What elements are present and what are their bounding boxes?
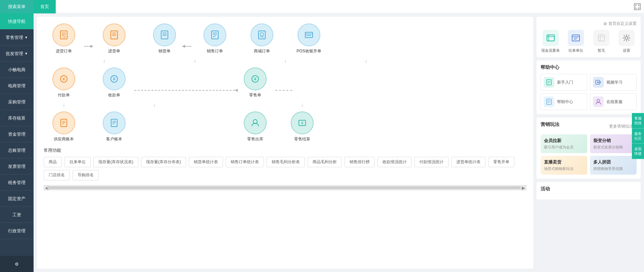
help-icon-doc [544, 96, 554, 107]
scrollbar-thumb[interactable] [47, 186, 523, 189]
float-btn-community[interactable]: 服务社区 [632, 128, 644, 144]
flow-label-sales-order: 销售订单 [207, 48, 223, 54]
func-btn-purchase-stat[interactable]: 进货单统计表 [451, 157, 486, 167]
help-icon-video [593, 77, 604, 88]
down-arrow-receipt: ↓ [134, 101, 175, 108]
flow-node-purchase-order[interactable]: 进货订单 [44, 24, 84, 54]
quick-icon-partner[interactable]: 往来单位 [566, 30, 586, 53]
flow-node-supplier-ledger[interactable]: 供应商账本 [44, 111, 84, 142]
flow-node-retail-outbound[interactable]: 零售出库 [235, 111, 275, 142]
help-icon-beginner [544, 77, 554, 88]
flow-node-mall-order[interactable]: 商城订单 [242, 24, 282, 54]
help-icon-person [593, 96, 604, 107]
sidebar: 快捷导航 零售管理 ▼ 批发管理 ▼ 小畅电商 电商管理 采购管理 库存核算 资… [0, 13, 34, 272]
func-btn-inventory-status[interactable]: 现存量(库存状况表) [93, 157, 138, 167]
sidebar-item-ledger[interactable]: 总账管理 [0, 142, 34, 158]
func-btn-sales-stat[interactable]: 销货单统计表 [189, 157, 223, 167]
sidebar-item-invoice[interactable]: 发票管理 [0, 158, 34, 175]
sidebar-item-inventory[interactable]: 库存核算 [0, 110, 34, 126]
func-btn-receipt-stat[interactable]: 收款情况统计 [377, 157, 412, 167]
sidebar-item-ecommerce-small[interactable]: 小畅电商 [0, 62, 34, 78]
sidebar-item-retail[interactable]: 零售管理 ▼ [0, 30, 34, 46]
help-label-online-support: 在线客服 [606, 99, 623, 105]
fullscreen-button[interactable] [634, 3, 641, 10]
func-btn-retail-order[interactable]: 零售开单 [488, 157, 514, 167]
dashed-right-retail [275, 90, 292, 98]
spacer-row3 [84, 135, 94, 142]
func-btn-goods[interactable]: 商品 [44, 157, 62, 167]
flow-node-retail-bill[interactable]: ¥ 零售单 [235, 67, 275, 98]
sidebar-label: 发票管理 [8, 164, 26, 170]
sidebar-item-assets[interactable]: 固定资产 [0, 191, 34, 207]
func-btn-partner[interactable]: 往来单位 [64, 157, 91, 167]
gap-row3 [134, 135, 235, 142]
svg-rect-0 [60, 31, 67, 39]
flow-circle-sales-order [203, 24, 226, 46]
func-btn-store-rank[interactable]: 门店排名 [44, 170, 70, 180]
help-item-video[interactable]: 视频学习 [590, 74, 637, 91]
func-btn-goods-profit[interactable]: 商品毛利分析 [308, 157, 342, 167]
help-center-title: 帮助中心 [541, 64, 637, 71]
common-functions-title: 常用功能 [44, 147, 526, 153]
help-item-online-support[interactable]: 在线客服 [590, 93, 637, 110]
gear-icon: ⚙ [15, 262, 19, 267]
flow-circle-sales-bill [153, 24, 176, 46]
float-btn-hotline[interactable]: 客服热线 [632, 113, 644, 129]
flow-node-payment[interactable]: ¥ 付款单 [44, 67, 84, 98]
quick-icon-settings[interactable]: 设置 [617, 30, 637, 53]
flow-label-purchase-bill: 进货单 [108, 48, 120, 54]
search-menu-button[interactable]: 搜索菜单 [0, 0, 34, 13]
flow-node-sales-order[interactable]: 销售订单 [195, 24, 235, 54]
sidebar-item-quick-nav[interactable]: 快捷导航 [0, 13, 34, 30]
gear-icon-small: ⚙ [603, 21, 607, 26]
quick-icon-cashflow[interactable]: 现金流量表 [541, 30, 561, 53]
flow-node-customer-ledger[interactable]: 客户账本 [94, 111, 134, 142]
marketing-card-membership[interactable]: 会员拉新 吸引用户成为会员 [541, 134, 587, 153]
sidebar-item-finance[interactable]: 资金管理 [0, 126, 34, 142]
help-item-helpcenter[interactable]: 帮助中心 [541, 93, 587, 110]
marketing-card-live[interactable]: 直播卖货 场景式购物新玩法 [541, 156, 587, 175]
svg-text:¥: ¥ [62, 76, 65, 82]
marketing-card-sub-group: 拼团购物享受优惠 [593, 166, 633, 171]
marketing-card-group[interactable]: 多人拼团 拼团购物享受优惠 [590, 156, 637, 175]
marketing-card-fission[interactable]: 裂变分销 裂变式发展分销商 [590, 134, 637, 153]
spacer-down [306, 57, 346, 64]
scroll-right-button[interactable]: ▶ [521, 185, 526, 190]
flow-node-retail-settlement[interactable]: ¥ 零售结算 [282, 111, 322, 142]
flow-node-sales-bill[interactable]: 销货单 [144, 24, 185, 54]
flow-node-receipt[interactable]: ¥ 收款单 [94, 67, 134, 98]
sidebar-item-payroll[interactable]: 工资 [0, 207, 34, 223]
sidebar-item-tax[interactable]: 税务管理 [0, 175, 34, 191]
help-item-beginner[interactable]: 新手入门 [541, 74, 587, 91]
svg-rect-4 [111, 31, 118, 39]
sidebar-settings-button[interactable]: ⚙ [0, 256, 34, 272]
svg-rect-8 [161, 31, 168, 39]
down-arrow-purchase-bill: ↓ [84, 57, 124, 64]
spacer-1 [134, 47, 144, 54]
customize-link[interactable]: ⚙ 首页自定义设置 [603, 21, 637, 27]
marketing-card-sub-live: 场景式购物新玩法 [544, 166, 584, 171]
flow-node-purchase-bill[interactable]: 进货单 [94, 24, 134, 54]
float-btn-desktop[interactable]: 桌面快捷 [632, 144, 644, 159]
flow-diagram: 进货订单 ▶ 进货单 [44, 24, 526, 142]
func-btn-sales-rank[interactable]: 销售排行榜 [344, 157, 375, 167]
sidebar-label: 批发管理 [6, 51, 23, 57]
flow-label-retail-outbound: 零售出库 [247, 136, 263, 142]
spacer-r2b [175, 101, 282, 108]
func-btn-guide-rank[interactable]: 导购排名 [73, 170, 99, 180]
flow-node-pos-order[interactable]: POS收银开单 [289, 24, 329, 54]
svg-marker-57 [597, 81, 599, 83]
sidebar-item-purchase[interactable]: 采购管理 [0, 94, 34, 110]
sidebar-item-ecommerce-mgmt[interactable]: 电商管理 [0, 78, 34, 94]
flow-row-1: 进货订单 ▶ 进货单 [44, 24, 526, 54]
func-btn-inventory-dist[interactable]: 现存量(库存分布表) [141, 157, 186, 167]
tab-home[interactable]: 首页 [34, 0, 56, 13]
sidebar-item-admin[interactable]: 行政管理 [0, 223, 34, 239]
horizontal-scrollbar[interactable]: ◀ ▶ [44, 185, 526, 190]
sidebar-item-wholesale[interactable]: 批发管理 ▼ [0, 46, 34, 62]
sidebar-label: 总账管理 [8, 147, 26, 153]
func-btn-payment-stat[interactable]: 付款情况统计 [414, 157, 449, 167]
func-btn-sales-profit[interactable]: 销售毛利分析表 [267, 157, 305, 167]
func-btn-sales-order-stat[interactable]: 销售订单统计表 [226, 157, 264, 167]
quick-icon-none[interactable]: 暂无 [591, 30, 611, 53]
